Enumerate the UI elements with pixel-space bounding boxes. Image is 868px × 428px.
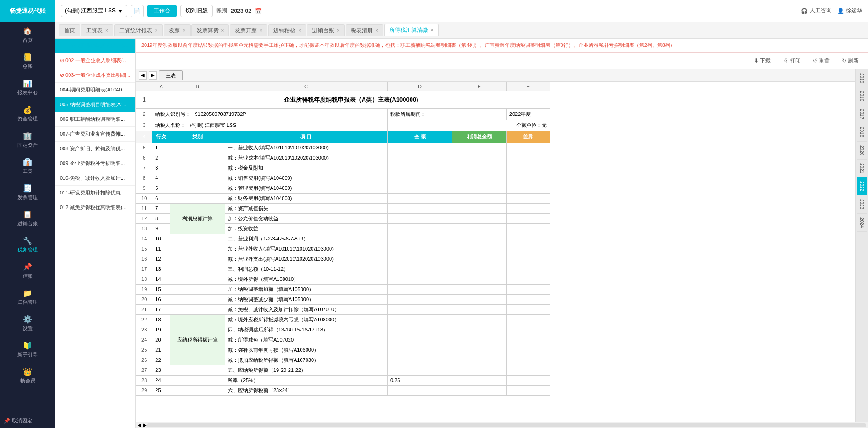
pin-toggle-icon: 📌 — [4, 418, 10, 424]
tax-period-label-cell: 税款所属期间： — [387, 108, 506, 120]
left-panel-item-008[interactable]: 008-资产折旧、摊销及纳税... — [55, 142, 135, 156]
sidebar-item-guide[interactable]: 🔰 新手引导 — [0, 337, 55, 363]
left-panel-item-006[interactable]: 006-职工薪酬纳税调整明细... — [55, 112, 135, 127]
horizontal-scrollbar[interactable]: ◀ ▶ — [136, 422, 868, 428]
col-diff: 差异 — [506, 131, 550, 143]
scrollbar-track[interactable] — [147, 423, 866, 427]
sidebar-item-general-ledger[interactable]: 📒 总账 — [0, 48, 55, 74]
table-row-title: 1 企业所得税年度纳税申报表（A类）主表(A100000) — [136, 91, 550, 108]
tab-income-tax[interactable]: 所得税汇算清缴× — [384, 24, 439, 36]
close-tab-purchase-audit[interactable]: × — [298, 28, 301, 33]
scroll-left-icon[interactable]: ◀ — [138, 422, 141, 428]
sidebar-item-reports[interactable]: 📊 报表中心 — [0, 74, 55, 101]
sidebar-item-settlement[interactable]: 📌 结账 — [0, 258, 55, 284]
year-2023[interactable]: 2023 — [857, 195, 867, 213]
col-header-row — [136, 82, 152, 91]
workbench-button[interactable]: 工作台 — [147, 5, 177, 17]
scroll-left-btn[interactable]: ◀ — [139, 71, 147, 80]
table-row: 27 23 五、应纳税所得额（19-20-21-22） — [136, 365, 550, 375]
company-selector[interactable]: (勾删) 江西服宝-LSS ▼ — [61, 5, 127, 17]
left-panel-item-001[interactable]: 001-企业所得税年度纳税申报... — [55, 39, 135, 53]
table-row: 8 4 减：销售费用(填写A104000) — [136, 173, 550, 183]
year-2021[interactable]: 2021 — [857, 160, 867, 177]
currency-unit-cell: 全额单位：元 — [387, 120, 550, 131]
tab-invoice-calc[interactable]: 发票算费× — [191, 24, 229, 36]
col-header-c: C — [225, 82, 387, 91]
year-2022[interactable]: 2022 — [857, 177, 867, 195]
tax-period-value-cell: 2022年度 — [506, 108, 550, 120]
tab-purchase-audit[interactable]: 进销稽核× — [268, 24, 306, 36]
tab-salary-stats[interactable]: 工资统计报表× — [114, 24, 163, 36]
taxpayer-name-cell: 纳税人名称： (勾删) 江西服宝-LSS — [152, 120, 388, 131]
refresh-icon: ↻ — [842, 57, 846, 64]
left-panel-item-009[interactable]: 009-企业所得税补亏损明细... — [55, 156, 135, 171]
sidebar-item-purchase-sales[interactable]: 📋 进销台账 — [0, 205, 55, 232]
close-tab-invoice-calc[interactable]: × — [221, 28, 224, 33]
close-tab-invoice[interactable]: × — [183, 28, 185, 33]
sidebar-item-label: 设置 — [23, 325, 33, 332]
topbar-doc-icon[interactable]: 📄 — [131, 5, 144, 17]
warning-text: 2019年度涉及取以前年度结转数据的申报表单元格需要手工维护正确，才能保证本年及… — [141, 42, 675, 48]
sidebar-item-member[interactable]: 👑 畅会员 — [0, 363, 55, 389]
tab-purchase-ledger[interactable]: 进销台账× — [307, 24, 345, 36]
sidebar-item-fixed-assets[interactable]: 🏢 固定资产 — [0, 127, 55, 153]
tab-invoice[interactable]: 发票× — [164, 24, 191, 36]
table-row: 15 11 加：营业外收入(填写A101010\101020\103000) — [136, 244, 550, 254]
close-tab-purchase-ledger[interactable]: × — [337, 28, 340, 33]
sheet-area: ◀ ▶ 主表 A B C — [136, 69, 868, 422]
close-tab-salary[interactable]: × — [105, 28, 108, 33]
close-tab-tax-list[interactable]: × — [376, 28, 378, 33]
sidebar-item-salary[interactable]: 👔 工资 — [0, 153, 55, 179]
year-2018[interactable]: 2018 — [857, 123, 867, 141]
tab-invoice-issue[interactable]: 发票开票× — [230, 24, 267, 36]
spreadsheet-container[interactable]: ◀ ▶ 主表 A B C — [136, 69, 855, 422]
left-panel-item-007[interactable]: 007-广告费和业务宣传费摊... — [55, 127, 135, 142]
year-2016[interactable]: 2016 — [857, 87, 867, 105]
tab-tax-list[interactable]: 税表清册× — [346, 24, 383, 36]
col-header-b: B — [170, 82, 225, 91]
col-project: 项 目 — [225, 131, 387, 143]
left-panel-item-005[interactable]: 005-纳税调整项目明细表(A1... — [55, 97, 135, 112]
left-panel-item-010[interactable]: 010-免税、减计收入及加计... — [55, 171, 135, 186]
spreadsheet-table: A B C D E F — [136, 82, 550, 396]
calendar-icon[interactable]: 📅 — [255, 8, 262, 14]
sidebar-pin-toggle[interactable]: 📌 取消固定 — [0, 414, 55, 428]
download-button[interactable]: ⬇ 下载 — [750, 56, 775, 66]
left-panel-item-002[interactable]: 002-一般企业收入明细表(A1... — [55, 53, 135, 68]
sidebar-item-archive[interactable]: 📁 归档管理 — [0, 284, 55, 310]
tab-home[interactable]: 首页 — [59, 24, 80, 36]
invoice-icon: 🧾 — [23, 184, 32, 193]
year-2020[interactable]: 2020 — [857, 142, 867, 160]
reset-button[interactable]: ↺ 重置 — [809, 56, 833, 66]
close-tab-invoice-issue[interactable]: × — [260, 28, 262, 33]
year-2017[interactable]: 2017 — [857, 105, 867, 123]
left-panel-item-004[interactable]: 004-期间费用明细表(A1040... — [55, 83, 135, 97]
sidebar-item-settings[interactable]: ⚙️ 设置 — [0, 310, 55, 337]
customer-service-button[interactable]: 🎧 人工咨询 — [801, 7, 832, 15]
left-panel-item-003[interactable]: 003-一般企业成本支出明细... — [55, 68, 135, 83]
year-2024[interactable]: 2024 — [857, 214, 867, 232]
headset-icon: 🎧 — [801, 8, 808, 14]
sheet-tab-main[interactable]: 主表 — [159, 70, 183, 80]
row-num-4: 4 — [136, 131, 152, 143]
sidebar-item-invoice[interactable]: 🧾 发票管理 — [0, 179, 55, 205]
switch-old-button[interactable]: 切到旧版 — [180, 5, 213, 17]
chart-icon: 📊 — [23, 79, 32, 88]
sidebar-item-label: 新手引导 — [17, 351, 38, 358]
print-button[interactable]: 🖨 打印 — [779, 56, 804, 66]
left-panel-item-011[interactable]: 011-研发费用加计扣除优惠... — [55, 186, 135, 200]
year-2019[interactable]: 2019 — [857, 69, 867, 87]
close-tab-salary-stats[interactable]: × — [155, 28, 158, 33]
refresh-button[interactable]: ↻ 刷新 — [838, 56, 862, 66]
scroll-right-icon[interactable]: ▶ — [143, 422, 147, 428]
sidebar-item-home[interactable]: 🏠 首页 — [0, 22, 55, 48]
sidebar-item-finance[interactable]: 💰 资金管理 — [0, 101, 55, 127]
user-profile[interactable]: 👤 徐运华 — [837, 7, 862, 15]
left-panel: 001-企业所得税年度纳税申报... 002-一般企业收入明细表(A1... 0… — [55, 39, 136, 428]
col-header-d: D — [387, 82, 452, 91]
close-tab-income-tax[interactable]: × — [431, 28, 434, 33]
scroll-right-btn[interactable]: ▶ — [149, 71, 157, 80]
left-panel-item-012[interactable]: 012-减免所得税优惠明细表(... — [55, 200, 135, 215]
sidebar-item-tax[interactable]: 🔧 税务管理 — [0, 232, 55, 258]
tab-salary[interactable]: 工资表× — [81, 24, 113, 36]
